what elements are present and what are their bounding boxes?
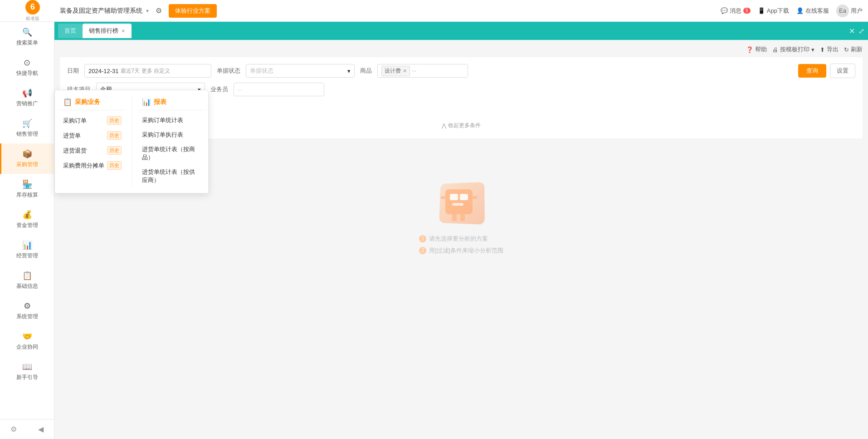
tab-sales-rank[interactable]: 销售排行榜 ✕ (83, 24, 132, 38)
logo-label: 标准版 (26, 15, 39, 22)
purchase-icon: 📦 (22, 149, 32, 159)
sidebar-item-sales[interactable]: 🛒 销售管理 (0, 113, 54, 143)
filter-actions: 查询 设置 (798, 64, 855, 78)
purchase-section-title: 📋 采购业务 (59, 96, 125, 110)
tab-bar-right: ✕ ⤢ (849, 27, 864, 35)
empty-robot-svg (434, 180, 488, 226)
inbound-stats-goods-label: 进货单统计表（按商品） (142, 145, 200, 162)
dropdown-item-order-exec[interactable]: 采购订单执行表 (138, 128, 204, 142)
title-dropdown-arrow[interactable]: ▾ (146, 8, 149, 14)
order-status-input[interactable]: 单据状态 ▾ (246, 64, 355, 78)
sidebar-label-basic: 基础信息 (16, 282, 38, 290)
report-section: 📊 报表 采购订单统计表 采购订单执行表 进货单统计表（按商品） 进货单统计表（… (134, 96, 209, 187)
service-icon: 👤 (796, 7, 804, 14)
empty-hint1-text: 请先选择要分析的方案 (429, 233, 488, 245)
svg-rect-5 (473, 196, 477, 199)
search-icon: 🔍 (22, 27, 32, 37)
sidebar-label-sales: 销售管理 (16, 130, 38, 138)
sidebar-item-quick-nav[interactable]: ⊙ 快捷导航 (0, 52, 54, 83)
inbound-return-label: 进货退货 (63, 147, 87, 155)
dropdown-item-purchase-cost[interactable]: 采购费用分摊单 历史 (59, 158, 125, 173)
goods-tag-text: 设计费 (385, 67, 401, 75)
quick-nav-icon: ⊙ (24, 58, 30, 68)
system-icon: ⚙ (24, 301, 31, 311)
dropdown-item-order-stats[interactable]: 采购订单统计表 (138, 113, 204, 128)
sidebar-item-marketing[interactable]: 📢 营销推广 (0, 83, 54, 113)
empty-text: 1 请先选择要分析的方案 2 用[过滤]条件来缩小分析范围 (419, 233, 503, 256)
empty-hint2: 2 用[过滤]条件来缩小分析范围 (419, 245, 503, 256)
goods-tag-close[interactable]: ✕ (403, 68, 407, 74)
help-btn[interactable]: ❓ 帮助 (746, 45, 767, 54)
user-btn[interactable]: Ea 用户 (836, 5, 863, 17)
logo-icon: 6 (25, 0, 40, 15)
print-btn[interactable]: 🖨 按模板打印 ▾ (772, 45, 814, 54)
settings-icon-btn[interactable]: ⚙ (152, 5, 165, 17)
sidebar-label-search: 搜索菜单 (16, 39, 38, 47)
sidebar-label-quick-nav: 快捷导航 (16, 69, 38, 77)
dropdown-item-inbound-return[interactable]: 进货退货 历史 (59, 143, 125, 158)
sidebar-label-operation: 经营管理 (16, 252, 38, 260)
dropdown-item-inbound-stats-goods[interactable]: 进货单统计表（按商品） (138, 142, 204, 165)
order-status-placeholder: 单据状态 (250, 67, 273, 75)
sidebar-item-search[interactable]: 🔍 搜索菜单 (0, 22, 54, 52)
tab-maximize-btn[interactable]: ⤢ (858, 27, 864, 35)
sidebar-item-finance[interactable]: 💰 资金管理 (0, 204, 54, 235)
dropdown-item-inbound-stats-supplier[interactable]: 进货单统计表（按供应商） (138, 165, 204, 187)
date-suffix: 最近7天 更多 自定义 (121, 67, 170, 75)
sidebar-item-operation[interactable]: 📊 经营管理 (0, 235, 54, 265)
sidebar-item-enterprise[interactable]: 🤝 企业协同 (0, 326, 54, 356)
refresh-icon: ↻ (844, 46, 849, 53)
app-download-btn[interactable]: 📱 App下载 (758, 7, 789, 15)
system-title: 装备及固定资产辅助管理系统 (60, 7, 142, 15)
sidebar-settings-btn[interactable]: ⚙ (10, 425, 17, 434)
industry-btn[interactable]: 体验行业方案 (169, 4, 217, 18)
tab-close-icon[interactable]: ✕ (121, 28, 125, 34)
sidebar-item-guide[interactable]: 📖 新手引导 (0, 356, 54, 387)
svg-rect-4 (441, 196, 445, 199)
header-right: 💬 消息 5 📱 App下载 👤 在线客服 Ea 用户 (721, 5, 863, 17)
query-btn[interactable]: 查询 (798, 64, 826, 78)
message-btn[interactable]: 💬 消息 5 (721, 7, 751, 15)
tab-close-all-btn[interactable]: ✕ (849, 27, 855, 35)
system-title-area: 装备及固定资产辅助管理系统 ▾ ⚙ 体验行业方案 (60, 4, 721, 18)
inbound-label: 进货单 (63, 132, 81, 140)
date-value: 2024-12-31 (88, 68, 119, 74)
print-arrow: ▾ (811, 46, 814, 53)
sidebar-item-purchase[interactable]: 📦 采购管理 (0, 143, 54, 174)
date-input[interactable]: 2024-12-31 最近7天 更多 自定义 (84, 64, 211, 78)
sidebar-label-system: 系统管理 (16, 313, 38, 321)
sales-person-input[interactable]: ··· (234, 83, 324, 96)
svg-rect-7 (460, 214, 465, 221)
purchase-order-label: 采购订单 (63, 117, 87, 125)
message-icon: 💬 (721, 7, 728, 14)
svg-rect-0 (445, 189, 473, 214)
date-label: 日期 (67, 67, 79, 75)
dropdown-item-inbound[interactable]: 进货单 历史 (59, 128, 125, 143)
sidebar-item-inventory[interactable]: 🏪 库存核算 (0, 174, 54, 204)
user-label: 用户 (851, 7, 863, 15)
export-icon: ⬆ (820, 46, 825, 53)
filter-row-1: 日期 2024-12-31 最近7天 更多 自定义 单据状态 单据状态 ▾ 商品… (67, 64, 855, 78)
online-service-label: 在线客服 (805, 7, 829, 15)
purchase-cost-label: 采购费用分摊单 (63, 162, 104, 170)
sidebar-item-system[interactable]: ⚙ 系统管理 (0, 296, 54, 326)
help-icon: ❓ (746, 46, 753, 53)
inbound-return-history: 历史 (107, 146, 122, 155)
purchase-order-history: 历史 (107, 116, 122, 125)
goods-input[interactable]: 设计费 ✕ ··· (377, 64, 468, 78)
tab-home[interactable]: 首页 (58, 24, 83, 38)
avatar-icon: Ea (839, 7, 846, 14)
empty-dot-1: 1 (419, 235, 426, 242)
dropdown-item-purchase-order[interactable]: 采购订单 历史 (59, 113, 125, 128)
settings-btn[interactable]: 设置 (830, 64, 855, 78)
order-status-arrow: ▾ (347, 68, 351, 74)
sidebar-collapse-btn[interactable]: ◀ (38, 425, 44, 434)
order-status-label: 单据状态 (217, 67, 240, 75)
online-service-btn[interactable]: 👤 在线客服 (796, 7, 829, 15)
sidebar-item-basic[interactable]: 📋 基础信息 (0, 265, 54, 296)
phone-icon: 📱 (758, 7, 765, 14)
sidebar-label-guide: 新手引导 (16, 374, 38, 381)
refresh-btn[interactable]: ↻ 刷新 (844, 45, 863, 54)
empty-icon (434, 180, 488, 226)
export-btn[interactable]: ⬆ 导出 (820, 45, 839, 54)
